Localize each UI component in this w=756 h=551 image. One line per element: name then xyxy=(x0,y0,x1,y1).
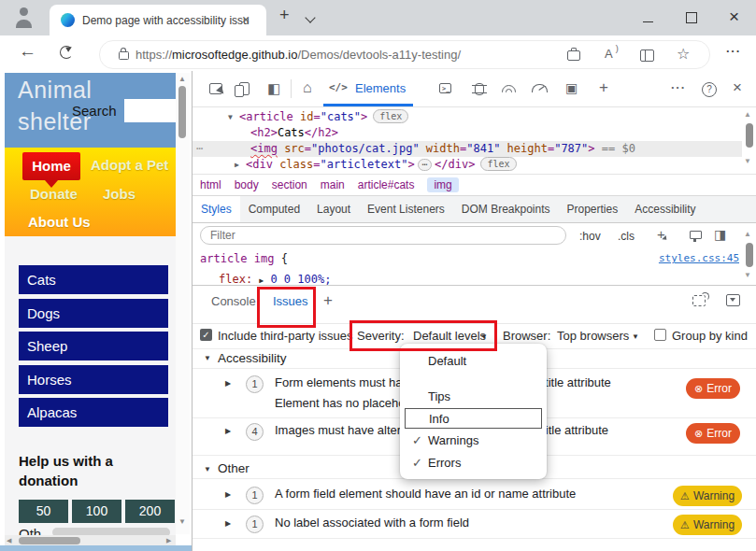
tree-scroll-up-icon[interactable]: ▲ xyxy=(744,110,751,119)
nav-about[interactable]: About Us xyxy=(28,214,91,230)
dom-line-div[interactable]: <div class="articletext">⋯</div>flex xyxy=(246,157,517,173)
crumb-html[interactable]: html xyxy=(200,178,221,191)
back-button[interactable]: ← xyxy=(19,41,36,62)
hover-state-toggle[interactable]: :hov xyxy=(579,230,601,243)
immersive-reader-icon[interactable] xyxy=(640,49,654,62)
nav-adopt[interactable]: Adopt a Pet xyxy=(91,157,168,173)
browser-caret-icon[interactable]: ▼ xyxy=(632,332,639,341)
crumb-section[interactable]: section xyxy=(272,178,307,191)
tab-close-icon[interactable]: × xyxy=(242,12,250,27)
console-tool-icon[interactable]: >_ xyxy=(439,83,451,93)
tab-layout[interactable]: Layout xyxy=(308,196,359,222)
styles-sidebar-toggle-icon[interactable]: ◨ xyxy=(714,227,726,242)
issue-caret-icon[interactable]: ▶ xyxy=(225,490,231,499)
network-wifi-icon[interactable] xyxy=(501,83,516,92)
tab-computed[interactable]: Computed xyxy=(240,196,308,222)
browser-select[interactable]: Top browsers xyxy=(557,329,629,343)
crumb-main[interactable]: main xyxy=(321,178,345,191)
browser-tab[interactable]: Demo page with accessibility issu × xyxy=(50,5,266,35)
animal-button-cats[interactable]: Cats xyxy=(19,265,168,294)
read-aloud-icon[interactable]: A xyxy=(605,47,613,61)
browser-menu-icon[interactable]: ··· xyxy=(726,44,741,58)
window-minimize-button[interactable] xyxy=(643,21,653,22)
tab-elements[interactable]: </> Elements xyxy=(321,71,415,106)
stylesheet-link[interactable]: styles.css:45 xyxy=(659,252,739,264)
expand-twisty-icon[interactable]: ▼ xyxy=(228,113,233,121)
debugger-bug-icon[interactable] xyxy=(475,83,484,95)
animal-button-alpacas[interactable]: Alpacas xyxy=(19,398,168,427)
menu-item-info[interactable]: Info xyxy=(405,408,542,429)
refresh-button[interactable] xyxy=(60,46,73,59)
page-vertical-scrollbar[interactable]: ▲ ▼ xyxy=(176,73,190,534)
group-caret-icon[interactable]: ▼ xyxy=(204,354,211,362)
collapsed-content-icon[interactable]: ⋯ xyxy=(418,159,432,171)
issue-title[interactable]: A form field element should have an id o… xyxy=(275,487,576,501)
help-icon[interactable]: ? xyxy=(702,82,717,97)
profile-avatar[interactable] xyxy=(12,6,36,29)
crumb-img[interactable]: img xyxy=(427,177,458,192)
crumb-article[interactable]: article#cats xyxy=(358,178,415,191)
css-property-flex[interactable]: flex: ▶ 0 0 100%; xyxy=(219,273,331,286)
issue-group-other[interactable]: Other xyxy=(218,461,250,475)
favorite-star-icon[interactable]: ☆ xyxy=(677,45,690,63)
tab-event-listeners[interactable]: Event Listeners xyxy=(359,196,453,222)
group-caret-icon[interactable]: ▼ xyxy=(204,465,211,473)
collections-icon[interactable] xyxy=(567,50,580,61)
dom-row-menu-icon[interactable]: ⋯ xyxy=(196,141,203,157)
home-icon[interactable]: ⌂ xyxy=(303,79,312,96)
device-emulation-icon[interactable] xyxy=(239,82,250,95)
scroll-right-icon[interactable]: ▶ xyxy=(166,537,171,544)
tab-accessibility[interactable]: Accessibility xyxy=(626,196,704,222)
menu-item-tips[interactable]: Tips xyxy=(405,387,542,407)
css-rule-selector[interactable]: article img { xyxy=(200,252,288,265)
dock-side-icon[interactable]: ◧ xyxy=(267,80,280,97)
menu-item-default[interactable]: Default xyxy=(405,351,542,372)
performance-gauge-icon[interactable] xyxy=(532,84,548,92)
dom-line-article[interactable]: <article id="cats">flex xyxy=(239,109,408,125)
inspect-element-icon[interactable] xyxy=(209,83,222,94)
window-maximize-button[interactable] xyxy=(686,12,697,23)
class-toggle[interactable]: .cls xyxy=(618,230,635,243)
styles-scrollbar-thumb[interactable] xyxy=(746,243,753,267)
styles-scroll-down-icon[interactable]: ▼ xyxy=(744,271,751,279)
tab-console[interactable]: Console xyxy=(211,294,256,308)
issue-group-accessibility[interactable]: Accessibility xyxy=(218,351,287,365)
menu-item-errors[interactable]: ✓Errors xyxy=(405,453,542,473)
more-tools-plus-icon[interactable]: + xyxy=(599,78,608,97)
tab-properties[interactable]: Properties xyxy=(559,196,627,222)
collapse-twisty-icon[interactable]: ▶ xyxy=(235,161,239,169)
drawer-add-tab-icon[interactable]: + xyxy=(323,291,333,310)
nav-donate[interactable]: Donate xyxy=(30,186,78,202)
tab-dom-breakpoints[interactable]: DOM Breakpoints xyxy=(453,196,559,222)
dom-line-h2[interactable]: <h2>Cats</h2> xyxy=(250,125,338,141)
donate-50-button[interactable]: 50 xyxy=(19,500,68,523)
animal-button-horses[interactable]: Horses xyxy=(19,365,168,394)
issue-caret-icon[interactable]: ▶ xyxy=(225,379,231,388)
tab-styles[interactable]: Styles xyxy=(193,196,240,222)
scroll-up-icon[interactable]: ▲ xyxy=(178,75,186,83)
issue-caret-icon[interactable]: ▶ xyxy=(225,427,231,435)
flex-badge[interactable]: flex xyxy=(480,157,516,171)
new-tab-button[interactable]: + xyxy=(279,6,290,25)
styles-scroll-up-icon[interactable]: ▲ xyxy=(744,230,751,238)
scroll-down-icon[interactable]: ▼ xyxy=(178,517,186,526)
dom-line-img[interactable]: <img src="photos/cat.jpg" width="841" he… xyxy=(250,141,635,157)
devtools-close-icon[interactable]: × xyxy=(733,78,742,97)
scrollbar-thumb[interactable] xyxy=(178,86,186,138)
styles-filter-input[interactable] xyxy=(200,226,566,245)
tab-list-chevron-icon[interactable] xyxy=(305,12,315,22)
include-third-party-checkbox[interactable]: ✓ xyxy=(200,329,212,341)
memory-chip-icon[interactable]: ▣ xyxy=(565,80,578,95)
new-style-rule-icon[interactable]: + xyxy=(657,226,665,242)
group-by-kind-checkbox[interactable] xyxy=(654,329,666,341)
animal-button-sheep[interactable]: Sheep xyxy=(19,332,168,360)
crumb-body[interactable]: body xyxy=(235,178,259,191)
expand-drawer-icon[interactable] xyxy=(726,294,740,306)
format-brush-icon[interactable] xyxy=(690,231,702,239)
flex-badge[interactable]: flex xyxy=(373,109,408,123)
nav-jobs[interactable]: Jobs xyxy=(103,186,136,202)
devtools-menu-icon[interactable]: ··· xyxy=(671,80,686,94)
issue-title[interactable]: No label associated with a form field xyxy=(275,516,469,530)
scroll-left-icon[interactable]: ◀ xyxy=(7,537,11,544)
donate-200-button[interactable]: 200 xyxy=(125,500,175,523)
